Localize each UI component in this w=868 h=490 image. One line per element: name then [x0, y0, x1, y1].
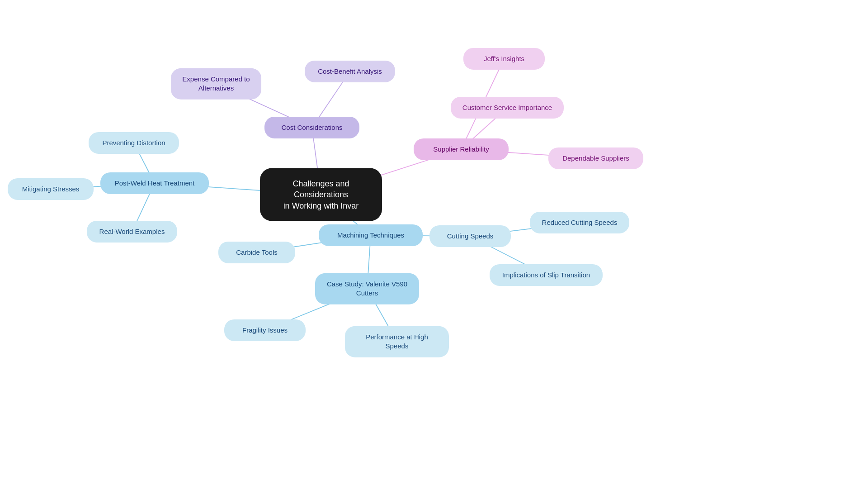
node-center[interactable]: Challenges and Considerationsin Working …: [260, 168, 382, 221]
node-carbide-tools[interactable]: Carbide Tools: [218, 242, 295, 263]
node-post-weld[interactable]: Post-Weld Heat Treatment: [100, 172, 209, 194]
node-expense-compared[interactable]: Expense Compared toAlternatives: [171, 68, 261, 100]
node-cost-considerations[interactable]: Cost Considerations: [264, 117, 359, 138]
mind-map-canvas: Challenges and Considerationsin Working …: [0, 0, 868, 490]
node-performance-high-speeds[interactable]: Performance at High Speeds: [345, 326, 449, 357]
node-implications-slip[interactable]: Implications of Slip Transition: [490, 264, 603, 286]
node-mitigating-stresses[interactable]: Mitigating Stresses: [8, 178, 94, 200]
node-jeffs-insights[interactable]: Jeff's Insights: [463, 48, 545, 70]
node-real-world[interactable]: Real-World Examples: [87, 221, 177, 243]
node-machining-techniques[interactable]: Machining Techniques: [319, 224, 423, 246]
node-dependable-suppliers[interactable]: Dependable Suppliers: [548, 147, 643, 169]
node-preventing-distortion[interactable]: Preventing Distortion: [89, 132, 179, 154]
node-supplier-reliability[interactable]: Supplier Reliability: [414, 138, 509, 160]
node-cutting-speeds[interactable]: Cutting Speeds: [429, 225, 511, 247]
node-customer-service[interactable]: Customer Service Importance: [451, 97, 564, 119]
node-case-study[interactable]: Case Study: Valenite V590Cutters: [315, 273, 419, 304]
node-reduced-cutting[interactable]: Reduced Cutting Speeds: [530, 212, 629, 233]
node-fragility-issues[interactable]: Fragility Issues: [224, 319, 306, 341]
node-cost-benefit[interactable]: Cost-Benefit Analysis: [305, 61, 395, 82]
